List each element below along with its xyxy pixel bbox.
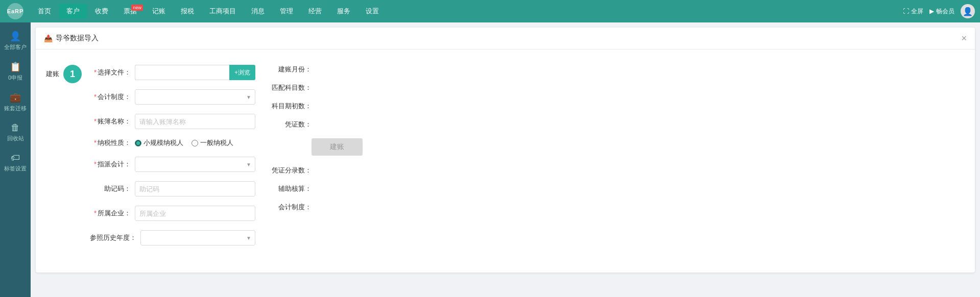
sidebar-icon: 🗑 (11, 122, 20, 133)
file-input-group: +浏览 (135, 65, 255, 80)
form-section: *选择文件： +浏览 *会计制度： (90, 65, 255, 255)
step-header: 建账 1 (46, 65, 82, 83)
voucher-entries-label: 凭证分录数： (266, 166, 312, 175)
account-system-info-label: 会计制度： (266, 203, 312, 212)
import-panel: 📤 导爷数据导入 × 建账 1 (36, 28, 975, 273)
extra-info-area: 凭证分录数： 辅助核算： 会计制度： (266, 166, 409, 212)
history-year-select-wrapper: ▼ (140, 230, 255, 245)
sidebar-item-label: 全部客户 (4, 43, 27, 51)
sidebar-icon: 🏷 (11, 153, 20, 163)
history-year-label: 参照历史年度： (90, 233, 136, 242)
company-label: *所属企业： (90, 209, 131, 218)
nav-item-票据[interactable]: 票据new (116, 4, 144, 19)
nav-item-服务[interactable]: 服务 (330, 4, 357, 19)
file-label: *选择文件： (90, 68, 131, 77)
build-button-area: 建账 (266, 138, 409, 156)
content-area: 📤 导爷数据导入 × 建账 1 (31, 22, 980, 297)
logo[interactable]: EaRP (5, 1, 26, 21)
account-system-label: *会计制度： (90, 92, 131, 102)
init-balance-row: 科目期初数： (266, 102, 409, 111)
main-layout: 👤全部客户📋0申报💼账套迁移🗑回收站🏷标签设置 📤 导爷数据导入 × 建账 1 (0, 22, 980, 297)
nav-item-管理[interactable]: 管理 (273, 4, 300, 19)
nav-right-area: ⛶ 全屏 ▶ 畅会员 👤 (903, 4, 975, 18)
account-system-info-row: 会计制度： (266, 203, 409, 212)
account-system-select-wrapper: ▼ (135, 89, 255, 105)
accountant-label: *指派会计： (90, 160, 131, 169)
member-button[interactable]: ▶ 畅会员 (929, 7, 954, 16)
file-input[interactable] (135, 65, 229, 80)
nav-item-设置[interactable]: 设置 (358, 4, 386, 19)
build-button[interactable]: 建账 (312, 138, 363, 156)
tax-type-radio-group: 小规模纳税人 一般纳税人 (135, 138, 233, 147)
sidebar-icon: 💼 (10, 92, 21, 103)
sidebar-item-label: 0申报 (8, 74, 22, 82)
fullscreen-button[interactable]: ⛶ 全屏 (903, 7, 923, 16)
memo-code-label: 助记码： (90, 184, 131, 193)
sidebar-item-label: 标签设置 (4, 165, 27, 172)
sidebar: 👤全部客户📋0申报💼账套迁移🗑回收站🏷标签设置 (0, 22, 31, 297)
nav-item-消息[interactable]: 消息 (244, 4, 272, 19)
tax-small-radio[interactable] (135, 140, 141, 146)
form-area: 建账 1 *选择文件： +浏览 (46, 65, 255, 255)
sidebar-item-全部客户[interactable]: 👤全部客户 (0, 27, 31, 55)
account-system-row: *会计制度： ▼ (90, 89, 255, 105)
panel-title-icon: 📤 (44, 34, 53, 42)
company-input[interactable] (135, 206, 255, 221)
build-month-label: 建账月份： (266, 65, 312, 74)
history-year-select[interactable] (140, 230, 255, 245)
accountant-row: *指派会计： ▼ (90, 157, 255, 172)
memo-code-input[interactable] (135, 181, 255, 196)
panel-header: 📤 导爷数据导入 × (36, 28, 975, 50)
nav-item-收费[interactable]: 收费 (88, 4, 115, 19)
panel-body: 建账 1 *选择文件： +浏览 (36, 50, 975, 270)
match-subject-row: 匹配科目数： (266, 83, 409, 92)
sidebar-icon: 📋 (10, 61, 21, 72)
nav-item-工商项目[interactable]: 工商项目 (202, 4, 243, 19)
memo-code-row: 助记码： (90, 181, 255, 196)
ledger-name-input[interactable] (135, 114, 255, 129)
tax-small-label: 小规模纳税人 (144, 138, 183, 147)
company-row: *所属企业： (90, 206, 255, 221)
voucher-count-row: 凭证数： (266, 120, 409, 129)
tax-general-label: 一般纳税人 (200, 138, 233, 147)
nav-item-经营[interactable]: 经营 (301, 4, 329, 19)
browse-button[interactable]: +浏览 (229, 65, 255, 80)
voucher-entries-row: 凭证分录数： (266, 166, 409, 175)
accountant-select[interactable] (135, 157, 255, 172)
step-label: 建账 (46, 69, 59, 79)
close-button[interactable]: × (961, 34, 967, 43)
logo-icon: EaRP (7, 3, 23, 19)
voucher-count-label: 凭证数： (266, 120, 312, 129)
account-system-select[interactable] (135, 89, 255, 105)
fullscreen-icon: ⛶ (903, 8, 909, 15)
tax-type-label: *纳税性质： (90, 138, 131, 147)
init-balance-label: 科目期初数： (266, 102, 312, 111)
sidebar-item-label: 账套迁移 (4, 105, 27, 112)
sidebar-item-回收站[interactable]: 🗑回收站 (0, 118, 31, 146)
aux-accounting-row: 辅助核算： (266, 184, 409, 193)
sidebar-item-账套迁移[interactable]: 💼账套迁移 (0, 88, 31, 116)
match-subject-label: 匹配科目数： (266, 83, 312, 92)
sidebar-item-label: 回收站 (7, 135, 24, 142)
member-icon: ▶ (929, 8, 934, 15)
build-month-row: 建账月份： (266, 65, 409, 74)
nav-item-首页[interactable]: 首页 (31, 4, 58, 19)
sidebar-item-0申报[interactable]: 📋0申报 (0, 57, 31, 86)
history-year-row: 参照历史年度： ▼ (90, 230, 255, 245)
ledger-name-label: *账簿名称： (90, 117, 131, 126)
accountant-select-wrapper: ▼ (135, 157, 255, 172)
fullscreen-label: 全屏 (911, 7, 923, 16)
nav-item-记账[interactable]: 记账 (145, 4, 173, 19)
sidebar-item-标签设置[interactable]: 🏷标签设置 (0, 148, 31, 177)
tax-small-option[interactable]: 小规模纳税人 (135, 138, 183, 147)
tax-general-radio[interactable] (192, 140, 198, 146)
nav-item-报税[interactable]: 报税 (174, 4, 201, 19)
member-label: 畅会员 (936, 7, 954, 16)
avatar[interactable]: 👤 (961, 4, 975, 18)
tax-general-option[interactable]: 一般纳税人 (192, 138, 233, 147)
aux-accounting-label: 辅助核算： (266, 184, 312, 193)
ledger-name-row: *账簿名称： (90, 114, 255, 129)
sidebar-icon: 👤 (10, 31, 21, 42)
step-circle: 1 (63, 65, 82, 83)
nav-item-客户[interactable]: 客户 (59, 4, 87, 19)
